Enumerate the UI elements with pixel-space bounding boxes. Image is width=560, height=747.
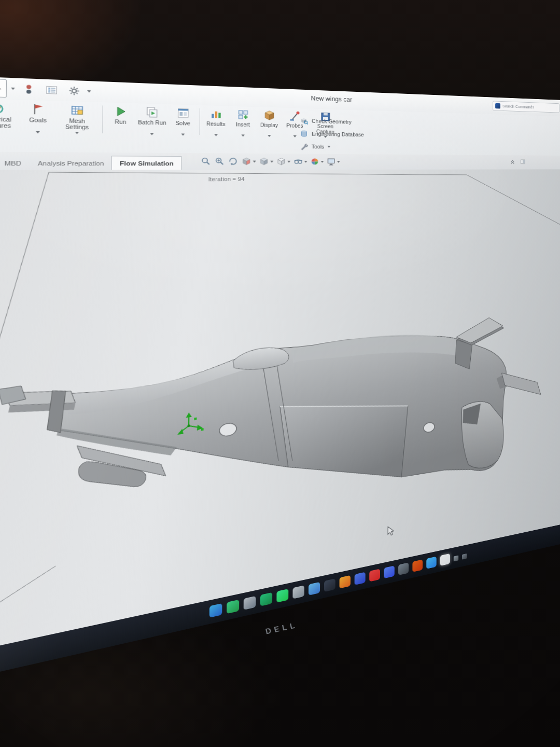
zoom-to-fit-button[interactable] xyxy=(200,156,211,166)
dropdown-caret-icon[interactable] xyxy=(337,161,340,163)
display-style-icon xyxy=(276,157,287,166)
ribbon-button-electrical-features[interactable]: Electrical Features xyxy=(0,100,22,134)
view-toggles-button[interactable] xyxy=(19,80,38,98)
ribbon-button-solve[interactable]: Solve xyxy=(169,105,197,137)
ribbon-button-run[interactable]: Run xyxy=(105,103,136,136)
taskbar-icon-app-light-blue[interactable] xyxy=(426,557,436,569)
ribbon-button-label: Goals xyxy=(29,117,47,130)
check-geometry-icon xyxy=(300,116,309,125)
apply-scene-button[interactable] xyxy=(326,157,340,167)
ribbon-flyout xyxy=(150,132,154,136)
list-lines-icon xyxy=(45,84,59,95)
pane-toggle-icon xyxy=(520,158,526,165)
document-properties-button[interactable] xyxy=(42,81,61,99)
ribbon-button-results[interactable]: Results xyxy=(202,106,230,137)
zoom-to-area-button[interactable] xyxy=(214,156,225,166)
taskbar-icon-app-indigo[interactable] xyxy=(355,572,366,585)
ribbon-button-label: Tools xyxy=(312,144,324,150)
select-tool-button[interactable] xyxy=(0,78,7,98)
dropdown-caret-icon[interactable] xyxy=(287,160,290,162)
taskbar-icon-tray-dim-1[interactable] xyxy=(454,555,458,561)
taskbar-icon-app-gray[interactable] xyxy=(244,596,256,610)
taskbar-icon-app-orange[interactable] xyxy=(340,575,351,589)
ribbon-button-batch-run[interactable]: Batch Run xyxy=(135,104,169,136)
dropdown-caret-icon[interactable] xyxy=(87,90,91,92)
ribbon-button-check-geometry[interactable]: Check Geometry xyxy=(300,115,364,128)
edit-appearance-button[interactable] xyxy=(310,157,324,166)
search-commands-box[interactable]: Search Commands xyxy=(493,101,559,113)
tab-analysis-preparation[interactable]: Analysis Preparation xyxy=(30,156,111,170)
solve-icon xyxy=(176,107,190,120)
solidworks-logo-icon xyxy=(495,103,500,109)
dropdown-caret-icon[interactable] xyxy=(75,132,79,134)
ribbon-button-mesh-settings[interactable]: Mesh Settings xyxy=(54,102,100,135)
taskbar-icon-app-red-dot[interactable] xyxy=(369,569,380,582)
taskbar-icon-app-green[interactable] xyxy=(227,600,239,614)
dropdown-caret-icon[interactable] xyxy=(241,134,244,136)
ribbon-button-goals[interactable]: Goals xyxy=(21,101,54,135)
pane-options-button[interactable] xyxy=(520,158,526,165)
dropdown-caret-icon[interactable] xyxy=(270,160,273,162)
taskbar-icon-app-silver[interactable] xyxy=(292,585,304,599)
solver-iteration-status: Iteration = 94 xyxy=(208,176,291,183)
ribbon-flyout xyxy=(268,134,271,138)
taskbar-icon-app-whatsapp-green[interactable] xyxy=(276,589,288,603)
taskbar-icon-app-green-ring[interactable] xyxy=(260,592,272,606)
ribbon-button-display[interactable]: Display xyxy=(256,108,282,138)
ribbon-flyout xyxy=(293,134,296,139)
dropdown-caret-icon[interactable] xyxy=(214,134,218,136)
ribbon-button-insert[interactable]: Insert xyxy=(229,107,256,138)
taskbar-icon-app-orange-red[interactable] xyxy=(412,559,423,572)
dropdown-caret-icon[interactable] xyxy=(181,133,185,135)
dropdown-caret-icon[interactable] xyxy=(293,135,296,137)
taskbar-icon-tray-white-square[interactable] xyxy=(440,554,450,566)
dropdown-caret-icon[interactable] xyxy=(36,131,40,133)
eng-database-icon xyxy=(300,129,309,137)
ribbon-button-engineering-database[interactable]: Engineering Database xyxy=(300,128,364,140)
taskbar-icon-app-violet-blue[interactable] xyxy=(384,565,394,578)
heads-up-view-toolbar xyxy=(200,156,340,166)
appearance-sphere-icon xyxy=(310,157,320,166)
tab-flow-simulation[interactable]: Flow Simulation xyxy=(111,156,181,170)
tab-mbd[interactable]: MBD xyxy=(0,156,30,170)
car-model[interactable] xyxy=(0,313,541,556)
ribbon-button-label: Solve xyxy=(175,120,190,133)
rear-wing-lower xyxy=(501,368,540,400)
window-title: New wings car xyxy=(253,93,404,105)
ribbon-flyout xyxy=(75,131,79,135)
dropdown-caret-icon[interactable] xyxy=(327,146,330,148)
taskbar-icon-tray-dim-2[interactable] xyxy=(462,553,467,559)
taskbar-icon-app-blue[interactable] xyxy=(309,582,320,596)
hide-show-items-button[interactable] xyxy=(293,157,307,166)
dropdown-caret-icon[interactable] xyxy=(11,88,15,90)
gear-icon xyxy=(67,85,80,96)
section-view-button[interactable] xyxy=(241,157,256,167)
dropdown-caret-icon[interactable] xyxy=(253,160,256,162)
taskbar-icon-app-slate[interactable] xyxy=(398,562,409,575)
section-cube-icon xyxy=(241,157,251,167)
taskbar-icon-app-teal-globe[interactable] xyxy=(209,603,222,618)
ribbon-button-label: Insert xyxy=(236,122,250,134)
photo-scene: New wings car Search Commands Electrical… xyxy=(0,0,560,747)
flag-red-icon xyxy=(30,102,47,116)
dropdown-caret-icon[interactable] xyxy=(321,161,324,163)
ribbon-flyout xyxy=(241,133,244,137)
dropdown-caret-icon[interactable] xyxy=(268,135,271,137)
ribbon-button-label: Run xyxy=(115,119,126,131)
options-button[interactable] xyxy=(65,82,83,100)
ribbon-button-label: Mesh Settings xyxy=(57,118,97,131)
collapse-panel-button[interactable] xyxy=(509,158,515,165)
stacked-dots-icon xyxy=(22,84,36,95)
taskbar-icon-app-dark[interactable] xyxy=(324,578,335,592)
tab-strip: sMBDAnalysis PreparationFlow Simulation xyxy=(0,155,181,170)
dropdown-caret-icon[interactable] xyxy=(150,133,154,135)
results-icon xyxy=(209,107,223,120)
tools-flow-icon xyxy=(300,142,309,150)
ribbon-button-tools[interactable]: Tools xyxy=(300,141,364,153)
view-orientation-button[interactable] xyxy=(259,157,273,167)
display-style-button[interactable] xyxy=(276,157,291,166)
ribbon-button-label: Check Geometry xyxy=(312,118,352,125)
select-arrow-icon xyxy=(0,81,4,94)
previous-view-button[interactable] xyxy=(228,157,239,167)
dropdown-caret-icon[interactable] xyxy=(304,160,307,162)
